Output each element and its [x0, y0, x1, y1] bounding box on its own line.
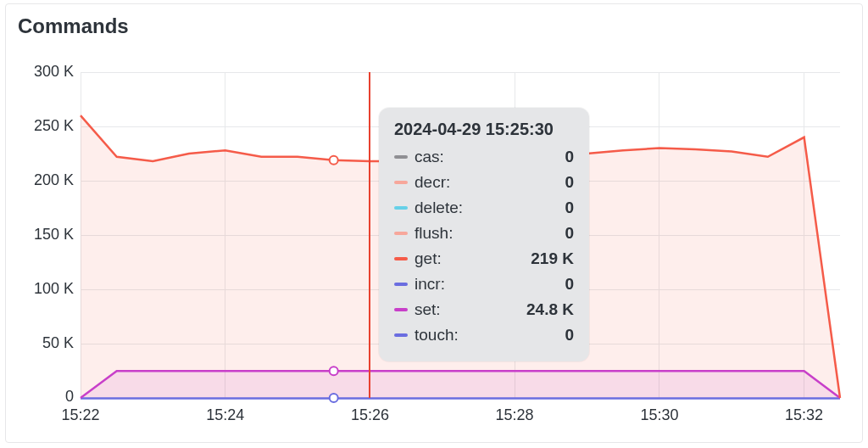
tooltip-value: 0 — [565, 326, 574, 344]
svg-text:15:28: 15:28 — [496, 406, 534, 423]
svg-text:250 K: 250 K — [34, 117, 74, 134]
tooltip-value: 0 — [565, 224, 574, 243]
tooltip-value: 24.8 K — [526, 300, 574, 319]
svg-text:0: 0 — [65, 388, 74, 405]
marker-set — [330, 367, 338, 375]
marker-get — [330, 156, 338, 165]
tooltip-row-set: set: 24.8 K — [394, 297, 574, 322]
tooltip-label: flush: — [415, 224, 453, 243]
tooltip-label: delete: — [415, 199, 463, 217]
tooltip-row-touch: touch: 0 — [394, 322, 574, 348]
svg-text:15:30: 15:30 — [640, 406, 678, 423]
series-set-fill — [81, 371, 840, 398]
svg-text:15:22: 15:22 — [61, 406, 99, 423]
y-axis: 0 50 K 100 K 150 K 200 K 250 K 300 K — [34, 64, 74, 405]
tooltip-label: cas: — [415, 148, 444, 166]
svg-text:200 K: 200 K — [34, 171, 74, 188]
page-title: Commands — [18, 14, 129, 38]
svg-text:100 K: 100 K — [34, 280, 74, 297]
legend-swatch — [394, 232, 408, 235]
legend-swatch — [394, 333, 408, 337]
tooltip-row-incr: incr: 0 — [394, 272, 574, 297]
tooltip-timestamp: 2024-04-29 15:25:30 — [394, 120, 574, 139]
svg-text:15:32: 15:32 — [785, 406, 823, 423]
commands-panel: Commands 0 — [5, 3, 863, 443]
legend-swatch — [394, 181, 408, 184]
svg-text:15:24: 15:24 — [206, 406, 244, 423]
svg-text:300 K: 300 K — [34, 64, 74, 80]
legend-swatch — [394, 206, 408, 210]
legend-swatch — [394, 283, 408, 286]
tooltip-value: 0 — [565, 199, 574, 217]
tooltip-value: 219 K — [531, 249, 574, 268]
tooltip-label: set: — [415, 300, 441, 319]
marker-zero — [330, 394, 338, 402]
tooltip-row-decr: decr: 0 — [394, 170, 574, 195]
tooltip-row-flush: flush: 0 — [394, 221, 574, 246]
tooltip-label: touch: — [415, 326, 459, 344]
tooltip-label: get: — [415, 249, 442, 268]
svg-text:15:26: 15:26 — [351, 406, 389, 423]
legend-swatch — [394, 257, 408, 260]
tooltip-value: 0 — [565, 173, 574, 192]
tooltip-label: incr: — [415, 275, 445, 294]
tooltip-value: 0 — [565, 275, 574, 294]
tooltip-label: decr: — [415, 173, 450, 192]
tooltip-row-get: get: 219 K — [394, 246, 574, 272]
tooltip-row-cas: cas: 0 — [394, 144, 574, 170]
tooltip-row-delete: delete: 0 — [394, 195, 574, 221]
svg-text:150 K: 150 K — [34, 226, 74, 243]
tooltip-value: 0 — [565, 148, 574, 166]
x-axis: 15:22 15:24 15:26 15:28 15:30 15:32 — [61, 406, 823, 423]
legend-swatch — [394, 308, 408, 311]
chart-tooltip: 2024-04-29 15:25:30 cas: 0 decr: 0 delet… — [379, 108, 589, 361]
legend-swatch — [394, 155, 408, 159]
svg-text:50 K: 50 K — [42, 334, 74, 351]
